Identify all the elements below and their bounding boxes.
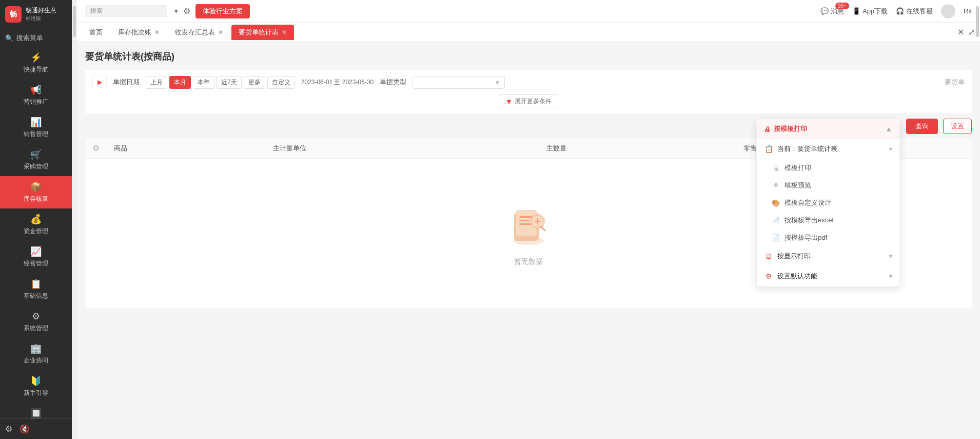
sidebar-item-jichu[interactable]: 📋 基础信息: [0, 273, 72, 306]
sidebar-item-qiye[interactable]: 🏢 企业协同: [0, 338, 72, 370]
display-print-arrow: ▾: [889, 253, 892, 260]
template-print-item[interactable]: 🖨 模板打印: [757, 159, 899, 177]
filter-bar: ▶ 单据日期 上月本月本年近7天更多自定义 2023-06-01 至 2023-…: [85, 70, 972, 113]
date-btn-gengDuo[interactable]: 更多: [244, 76, 265, 89]
current-template-label: 当前：要货单统计表: [777, 144, 837, 154]
expand-button[interactable]: ▼ 展开更多条件: [499, 94, 558, 108]
set-default-item[interactable]: ⚙ 设置默认功能 ▾: [757, 266, 899, 287]
sidebar-icon-jichu: 📋: [30, 278, 42, 290]
template-preview-icon: 👁: [771, 182, 780, 189]
sidebar-label-jichu: 基础信息: [24, 292, 48, 300]
message-action[interactable]: 💬 消息 99+: [820, 7, 844, 16]
current-template-item[interactable]: 📋 当前：要货单统计表 ▾: [757, 139, 899, 159]
sidebar-search-label: 搜索菜单: [16, 33, 43, 43]
sidebar-item-yingyong[interactable]: 🔲 应用中心: [0, 403, 72, 418]
col-settings: ⚙: [85, 138, 107, 159]
print-dropdown-title: 🖨 按模板打印: [764, 124, 807, 133]
template-print-icon: 🖨: [771, 164, 780, 172]
settings-button[interactable]: 设置: [943, 119, 972, 134]
sidebar-label-xitong: 系统管理: [24, 324, 48, 333]
tab-close-yaohuo_tongji[interactable]: ✕: [282, 29, 287, 36]
sidebar-item-yingxiao[interactable]: 📢 营销推广: [0, 79, 72, 111]
sidebar-item-xinshou[interactable]: 🔰 新手引导: [0, 370, 72, 403]
tabbar-right-controls: ✕ ⤢: [957, 27, 975, 37]
tab-label-shouzhi_huizong: 收发存汇总表: [175, 28, 215, 37]
display-print-item[interactable]: 🖥 按显示打印 ▾: [757, 246, 899, 266]
scroll-indicator[interactable]: [72, 0, 77, 439]
tab-home[interactable]: 首页: [82, 25, 110, 40]
mute-footer-icon[interactable]: 🔇: [19, 424, 30, 434]
topbar-search-box[interactable]: 搜索: [85, 5, 167, 17]
display-print-icon: 🖥: [764, 252, 773, 260]
sidebar-label-yingxiao: 营销推广: [24, 98, 48, 106]
topbar-dropdown-arrow[interactable]: ▾: [174, 7, 178, 15]
empty-text: 暂无数据: [514, 257, 543, 266]
message-badge: 99+: [835, 3, 849, 9]
sidebar-item-jingying[interactable]: 📈 经营管理: [0, 241, 72, 273]
sidebar-logo: 畅 畅通好生意 标准版: [0, 0, 72, 29]
sidebar-icon-caigou: 🛒: [30, 149, 42, 160]
sidebar-label-kuaijie: 快捷导航: [24, 65, 48, 74]
date-btn-benNian[interactable]: 本年: [193, 76, 214, 89]
avatar[interactable]: [941, 4, 955, 18]
sidebar-search[interactable]: 🔍 搜索菜单: [0, 29, 72, 47]
logo-title: 畅通好生意: [26, 7, 56, 15]
table-settings-button[interactable]: ⚙: [92, 143, 100, 153]
query-button[interactable]: 查询: [906, 119, 938, 134]
sidebar-item-xiaoshou[interactable]: 📊 销售管理: [0, 111, 72, 144]
print-dropdown-close-icon[interactable]: ▲: [885, 125, 892, 133]
print-dropdown-title-text: 按模板打印: [774, 124, 807, 133]
sidebar-icon-xitong: ⚙: [32, 311, 40, 322]
current-template-arrow: ▾: [889, 145, 892, 152]
date-btn-shangYue[interactable]: 上月: [146, 76, 167, 89]
doc-type-select[interactable]: ▾: [413, 76, 505, 89]
date-filter-label: 单据日期: [113, 78, 140, 87]
tab-close-kucun_pici[interactable]: ✕: [154, 29, 160, 36]
logo-icon: 畅: [5, 6, 22, 23]
print-dropdown-icon: 🖨: [764, 125, 771, 133]
template-custom-item[interactable]: 🎨 模板自定义设计: [757, 194, 899, 212]
col-unit: 主计量单位: [266, 138, 539, 159]
online-service-action[interactable]: 🎧 在线客服: [896, 7, 933, 16]
sidebar-item-caigou[interactable]: 🛒 采购管理: [0, 144, 72, 176]
sidebar-icon-kuaijie: ⚡: [30, 52, 42, 63]
display-print-label: 按显示打印: [777, 252, 811, 261]
sidebar-icon-yingxiao: 📢: [30, 84, 42, 96]
topbar-settings-icon[interactable]: ⚙: [183, 6, 190, 16]
expand-label: 展开更多条件: [515, 97, 552, 106]
tab-shouzhi_huizong[interactable]: 收发存汇总表✕: [168, 25, 230, 40]
sidebar-item-xitong[interactable]: ⚙ 系统管理: [0, 306, 72, 338]
template-excel-label: 按模板导出excel: [785, 216, 833, 225]
sidebar-icon-qiye: 🏢: [30, 343, 42, 354]
tab-yaohuo_tongji[interactable]: 要货单统计表✕: [231, 25, 294, 40]
sidebar-footer: ⚙ 🔇: [0, 418, 72, 439]
app-download-label: App下载: [863, 7, 888, 16]
tab-close-shouzhi_huizong[interactable]: ✕: [218, 29, 223, 36]
date-btn-jin7Tian[interactable]: 近7天: [217, 76, 242, 89]
tab-close-all-button[interactable]: ✕: [957, 27, 964, 37]
date-btn-benYue[interactable]: 本月: [169, 76, 191, 89]
settings-footer-icon[interactable]: ⚙: [5, 424, 12, 434]
set-default-icon: ⚙: [764, 272, 773, 280]
template-pdf-label: 按模板导出pdf: [785, 233, 827, 242]
sidebar-item-kucun[interactable]: 📦 库存核算: [0, 176, 72, 208]
tab-kucun_pici[interactable]: 库存批次账✕: [111, 25, 167, 40]
template-pdf-item[interactable]: 📄 按模板导出pdf: [757, 229, 899, 246]
date-btn-ziDingYi[interactable]: 自定义: [267, 76, 295, 89]
template-excel-item[interactable]: 📄 按模板导出excel: [757, 212, 899, 229]
print-dropdown-header: 🖨 按模板打印 ▲: [757, 119, 899, 139]
app-download-action[interactable]: 📱 App下载: [852, 7, 888, 16]
sidebar-icon-zijin: 💰: [30, 214, 42, 225]
sidebar-item-zijin[interactable]: 💰 资金管理: [0, 208, 72, 241]
sidebar-label-jingying: 经营管理: [24, 259, 48, 268]
trial-button[interactable]: 体验行业方案: [195, 4, 250, 18]
sidebar-icon-yingyong: 🔲: [30, 408, 42, 418]
template-preview-item[interactable]: 👁 模板预览: [757, 177, 899, 194]
filter-toggle-arrow[interactable]: ▶: [92, 75, 107, 89]
tab-maximize-button[interactable]: ⤢: [968, 27, 975, 37]
yaohuo-label: 要货单: [945, 78, 965, 87]
sidebar-item-kuaijie[interactable]: ⚡ 快捷导航: [0, 47, 72, 79]
app-download-icon: 📱: [852, 7, 860, 15]
online-service-icon: 🎧: [896, 7, 904, 15]
message-icon: 💬: [820, 7, 829, 15]
